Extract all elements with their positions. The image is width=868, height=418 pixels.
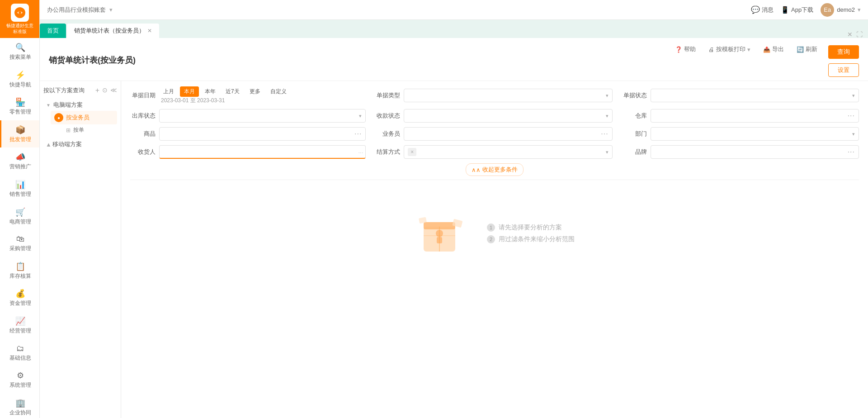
date-range: 2023-03-01 至 2023-03-31 [161, 97, 366, 104]
out-status-select[interactable]: ▾ [159, 109, 366, 123]
brand-dots-icon[interactable]: ··· [848, 148, 855, 156]
goods-select[interactable]: ··· [159, 127, 366, 141]
sidebar-icon-finance: 💰 [15, 289, 25, 299]
sidebar-item-retail[interactable]: 🏪 零售管理 [0, 93, 39, 120]
sidebar-item-system[interactable]: ⚙ 系统管理 [0, 366, 39, 394]
svg-rect-7 [437, 237, 442, 243]
sidebar-label-wholesale: 批发管理 [9, 136, 31, 143]
consignee-dots-icon[interactable]: ··· [358, 149, 363, 156]
empty-text: 1 请先选择要分析的方案 2 用过滤条件来缩小分析范围 [487, 223, 575, 243]
date-filter-item: 单据日期 上月 本月 本年 近7天 更多 自定义 2023-03-01 至 20… [130, 86, 366, 104]
date-tab-custom[interactable]: 自定义 [266, 86, 291, 97]
collapse-row: ∧∧ 收起更多条件 [130, 163, 859, 176]
date-tab-7days[interactable]: 近7天 [222, 86, 244, 97]
settlement-select[interactable]: × ▾ [404, 145, 612, 159]
sidebar-item-basics[interactable]: 🗂 基础信息 [0, 339, 39, 366]
tab-close-icon[interactable]: ✕ [147, 28, 152, 34]
tree-salesperson-item[interactable]: ● 按业务员 [51, 111, 117, 124]
collapse-up-icon: ∧∧ [472, 166, 481, 173]
query-button[interactable]: 查询 [828, 45, 859, 59]
department-select[interactable]: ▾ [651, 127, 859, 141]
page-header: 销货单统计表(按业务员) ❓ 帮助 🖨 按模板打印 ▾ 📤 导出 [40, 38, 868, 81]
date-tab-more[interactable]: 更多 [245, 86, 264, 97]
bill-scheme-label: 按单 [73, 126, 84, 134]
goods-dots-icon[interactable]: ··· [354, 130, 362, 138]
tab-home[interactable]: 首页 [40, 24, 66, 38]
print-btn[interactable]: 🖨 按模板打印 ▾ [705, 43, 754, 55]
messages-btn[interactable]: 💬 消息 [751, 5, 774, 14]
tree-mobile-header[interactable]: ▶ 移动端方案 [43, 138, 117, 150]
tab-minimize-icon[interactable]: ✕ [847, 31, 853, 38]
tab-maximize-icon[interactable]: ⛶ [856, 31, 863, 38]
empty-hint2-text: 用过滤条件来缩小分析范围 [499, 235, 575, 243]
settlement-tag-close-icon[interactable]: × [410, 149, 414, 155]
export-btn[interactable]: 📤 导出 [760, 43, 788, 55]
salesperson-dots-icon[interactable]: ··· [601, 130, 608, 138]
sidebar-item-purchase[interactable]: 🛍 采购管理 [0, 230, 39, 257]
topbar-right: 💬 消息 📱 App下载 Ea demo2 ▾ [751, 3, 861, 17]
sidebar-icon-purchase: 🛍 [16, 234, 24, 244]
sidebar-item-finance[interactable]: 💰 资金管理 [0, 284, 39, 312]
sidebar-item-operations[interactable]: 📈 经营管理 [0, 312, 39, 339]
sidebar-label-operations: 经营管理 [9, 328, 31, 335]
sidebar-item-wholesale[interactable]: 📦 批发管理 [0, 120, 39, 148]
salesperson-scheme-icon: ● [54, 113, 63, 122]
help-btn[interactable]: ❓ 帮助 [671, 43, 699, 55]
bill-status-select[interactable]: ▾ [651, 89, 859, 102]
left-panel-header: 按以下方案查询 + ⊙ ≪ [43, 86, 117, 95]
settings-button[interactable]: 设置 [828, 63, 859, 77]
receipt-status-select[interactable]: ▾ [404, 109, 612, 123]
warehouse-label: 仓库 [623, 112, 647, 120]
sidebar-item-inventory[interactable]: 📋 库存核算 [0, 257, 39, 285]
department-filter-item: 部门 ▾ [623, 127, 859, 141]
topbar-dropdown-icon[interactable]: ▾ [109, 6, 113, 13]
sidebar-logo[interactable]: 畅捷通好生意 标准版 [0, 0, 39, 38]
refresh-btn[interactable]: 🔄 刷新 [793, 43, 821, 55]
sidebar-label-system: 系统管理 [9, 382, 31, 389]
sidebar-item-ecommerce[interactable]: 🛒 电商管理 [0, 203, 39, 230]
date-tab-last-month[interactable]: 上月 [159, 86, 178, 97]
help-label: 帮助 [684, 45, 696, 53]
sidebar-icon-wholesale: 📦 [15, 125, 25, 135]
tab-sales-report[interactable]: 销货单统计表（按业务员） ✕ [67, 24, 159, 38]
bill-type-filter-item: 单据类型 ▾ [377, 89, 612, 102]
department-label: 部门 [623, 130, 647, 138]
brand-select[interactable]: ··· [651, 145, 859, 159]
goods-filter-item: 商品 ··· [130, 127, 366, 141]
tree-bill-item[interactable]: ⊞ 按单 [63, 124, 117, 136]
page-title: 销货单统计表(按业务员) [49, 55, 136, 66]
date-tab-this-month[interactable]: 本月 [180, 86, 199, 97]
divider [130, 180, 859, 180]
bill-type-select[interactable]: ▾ [404, 89, 612, 102]
add-scheme-icon[interactable]: + [95, 86, 99, 95]
salesperson-select[interactable]: ··· [404, 127, 612, 141]
date-tab-this-year[interactable]: 本年 [201, 86, 220, 97]
messages-label: 消息 [762, 6, 774, 14]
sidebar-item-search[interactable]: 🔍 搜索菜单 [0, 38, 39, 66]
main-area: 办公用品行业模拟账套 ▾ 💬 消息 📱 App下载 Ea demo2 ▾ 首 [40, 0, 868, 418]
sidebar-label-purchase: 采购管理 [9, 245, 31, 252]
out-status-arrow-icon: ▾ [359, 113, 362, 119]
collapse-btn[interactable]: ∧∧ 收起更多条件 [466, 163, 524, 176]
sidebar-item-marketing[interactable]: 📣 营销推广 [0, 147, 39, 175]
consignee-filter-item: 收货人 ··· [130, 145, 366, 159]
topbar-title: 办公用品行业模拟账套 [47, 6, 106, 14]
warehouse-dots-icon[interactable]: ··· [848, 112, 855, 120]
sidebar-item-quick-nav[interactable]: ⚡ 快捷导航 [0, 66, 39, 93]
date-tabs: 上月 本月 本年 近7天 更多 自定义 [159, 86, 366, 97]
sidebar-item-enterprise[interactable]: 🏢 企业协同 [0, 394, 39, 418]
sidebar-icon-quick-nav: ⚡ [15, 70, 25, 80]
collapse-panel-icon[interactable]: ≪ [110, 86, 117, 95]
topbar: 办公用品行业模拟账套 ▾ 💬 消息 📱 App下载 Ea demo2 ▾ [40, 0, 868, 20]
content-area: 销货单统计表(按业务员) ❓ 帮助 🖨 按模板打印 ▾ 📤 导出 [40, 38, 868, 418]
sidebar-icon-system: ⚙ [17, 370, 24, 380]
sidebar-item-sales[interactable]: 📊 销售管理 [0, 175, 39, 203]
tree-sub-section: ⊞ 按单 [51, 124, 117, 136]
warehouse-select[interactable]: ··· [651, 109, 859, 123]
tree-pc-header[interactable]: ▼ 电脑端方案 [43, 99, 117, 111]
receipt-status-filter-item: 收款状态 ▾ [377, 109, 612, 123]
consignee-input[interactable] [159, 145, 366, 159]
edit-scheme-icon[interactable]: ⊙ [102, 86, 108, 95]
app-download-btn[interactable]: 📱 App下载 [781, 6, 813, 14]
user-menu[interactable]: Ea demo2 ▾ [821, 3, 861, 17]
